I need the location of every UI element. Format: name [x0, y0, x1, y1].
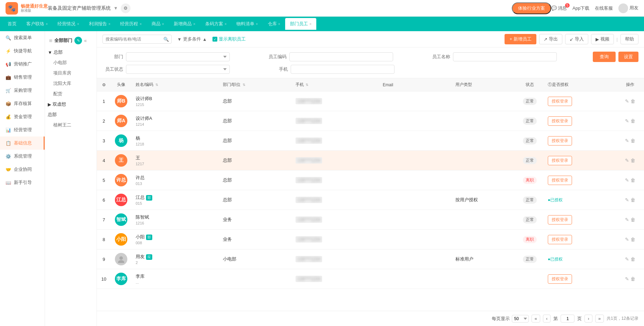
- dept-tree-item-zongbu2[interactable]: 总部: [45, 109, 97, 120]
- sidebar-item-sales[interactable]: 💼 销售管理: [0, 71, 45, 84]
- col-name[interactable]: 姓名/编码 ⇅: [131, 78, 219, 91]
- dept-collapse-icon[interactable]: «: [84, 38, 87, 43]
- auth-button[interactable]: 授权登录: [548, 215, 572, 224]
- query-button[interactable]: 查询: [593, 52, 616, 62]
- app-download-link[interactable]: App下载: [572, 5, 589, 11]
- help-button[interactable]: 帮助: [620, 34, 638, 44]
- delete-icon[interactable]: 🗑: [631, 256, 635, 262]
- sidebar-item-finance[interactable]: 💰 资金管理: [0, 110, 45, 123]
- delete-icon[interactable]: 🗑: [631, 237, 635, 242]
- per-page-select[interactable]: 50 100 200: [512, 315, 529, 323]
- sidebar-item-inventory[interactable]: 📦 库存核算: [0, 97, 45, 110]
- user-avatar[interactable]: 用友: [618, 3, 638, 13]
- filter-phone-input[interactable]: [291, 65, 394, 74]
- next-page-button[interactable]: ›: [584, 315, 592, 323]
- gear-button[interactable]: ⚙: [121, 3, 130, 13]
- trial-button[interactable]: 体验行业方案: [512, 2, 551, 14]
- tab-operation[interactable]: 经营情况 ×: [53, 18, 84, 30]
- tab-barcode[interactable]: 条码方案 ×: [200, 18, 232, 30]
- reset-button[interactable]: 设置: [618, 52, 638, 62]
- delete-icon[interactable]: 🗑: [631, 138, 635, 143]
- show-resigned-toggle[interactable]: ✓ 显示离职员工: [212, 36, 246, 42]
- system-dropdown-arrow[interactable]: ▼: [114, 6, 118, 11]
- edit-icon[interactable]: ✎: [625, 217, 629, 222]
- online-service-link[interactable]: 在线客服: [595, 5, 613, 11]
- close-icon[interactable]: ×: [139, 22, 142, 26]
- tab-home[interactable]: 首页: [3, 18, 21, 30]
- tab-warehouse[interactable]: 仓库 ×: [263, 18, 285, 30]
- delete-icon[interactable]: 🗑: [631, 276, 635, 282]
- edit-icon[interactable]: ✎: [625, 276, 629, 282]
- message-button[interactable]: 💬 消息 5: [551, 5, 567, 11]
- delete-icon[interactable]: 🗑: [631, 197, 635, 203]
- auth-button[interactable]: 授权登录: [548, 235, 572, 244]
- filter-name-input[interactable]: [453, 52, 557, 61]
- tab-profit[interactable]: 利润报告 ×: [84, 18, 115, 30]
- filter-dept-select[interactable]: [126, 52, 230, 61]
- all-dept-label[interactable]: 全部部门: [54, 37, 72, 44]
- edit-icon[interactable]: ✎: [625, 98, 629, 104]
- auth-button[interactable]: 授权登录: [548, 156, 572, 165]
- tab-bom[interactable]: 物料清单 ×: [232, 18, 263, 30]
- sidebar-item-guide[interactable]: 📖 新手引导: [0, 176, 45, 189]
- auth-button[interactable]: 授权登录: [548, 176, 572, 185]
- close-icon[interactable]: ×: [46, 22, 48, 26]
- more-filter-button[interactable]: ▼ 更多条件 ▲: [174, 35, 210, 44]
- sidebar-item-marketing[interactable]: 📢 营销推广: [0, 58, 45, 71]
- tab-goods[interactable]: 商品 ×: [147, 18, 169, 30]
- sidebar-item-purchase[interactable]: 🛒 采购管理: [0, 84, 45, 97]
- close-icon[interactable]: ×: [77, 22, 79, 26]
- edit-icon[interactable]: ✎: [625, 177, 629, 183]
- tab-new-goods[interactable]: 新增商品 ×: [169, 18, 200, 30]
- auth-button[interactable]: 授权登录: [548, 97, 572, 106]
- dept-tree-item-xiaodiaobu[interactable]: 小电部: [45, 58, 97, 68]
- prev-page-button[interactable]: ‹: [543, 315, 551, 323]
- close-icon[interactable]: ×: [108, 22, 110, 26]
- col-dept[interactable]: 部门/职位 ⇅: [219, 78, 291, 91]
- delete-icon[interactable]: 🗑: [631, 158, 635, 163]
- delete-icon[interactable]: 🗑: [631, 98, 635, 104]
- page-input[interactable]: 1: [561, 315, 574, 323]
- dept-tree-item-shuangxu[interactable]: ▶ 双虚想: [45, 99, 97, 109]
- sidebar-item-search[interactable]: 🔍 搜索菜单: [0, 31, 45, 44]
- filter-code-input[interactable]: [289, 52, 393, 61]
- dept-edit-icon[interactable]: ✎: [74, 37, 82, 44]
- dept-tree-item-peihuo[interactable]: 配货: [45, 89, 97, 99]
- add-employee-button[interactable]: + 新增员工: [505, 34, 536, 44]
- filter-status-select[interactable]: [126, 65, 230, 74]
- dept-tree-item-shenyang[interactable]: 沈阳大库: [45, 78, 97, 89]
- close-icon[interactable]: ×: [256, 22, 258, 26]
- sidebar-item-shortcuts[interactable]: ⚡ 快捷导航: [0, 44, 45, 58]
- edit-icon[interactable]: ✎: [625, 197, 629, 203]
- close-icon[interactable]: ×: [278, 22, 280, 26]
- close-icon[interactable]: ×: [309, 22, 311, 26]
- edit-icon[interactable]: ✎: [625, 118, 629, 124]
- video-button[interactable]: ▶ 视频: [591, 34, 614, 44]
- sidebar-item-system[interactable]: ⚙️ 系统管理: [0, 150, 45, 163]
- close-icon[interactable]: ×: [162, 22, 164, 26]
- dept-tree-item-zhishu[interactable]: 植树王二: [45, 120, 97, 130]
- search-icon[interactable]: 🔍: [163, 37, 169, 42]
- tab-customer[interactable]: 客户联络 ×: [21, 18, 53, 30]
- tab-history[interactable]: 经营历程 ×: [115, 18, 146, 30]
- close-icon[interactable]: ×: [225, 22, 227, 26]
- delete-icon[interactable]: 🗑: [631, 217, 635, 222]
- dept-tree-item-xiangmu[interactable]: 项目库房: [45, 68, 97, 78]
- edit-icon[interactable]: ✎: [625, 138, 629, 143]
- sidebar-item-operation[interactable]: 📊 经营管理: [0, 123, 45, 136]
- sidebar-item-collab[interactable]: 🤝 企业协同: [0, 163, 45, 176]
- export-button[interactable]: ↗ 导出: [539, 34, 562, 44]
- auth-button[interactable]: 授权登录: [548, 136, 572, 146]
- sidebar-item-basic[interactable]: 📋 基础信息: [0, 136, 45, 150]
- first-page-button[interactable]: «: [532, 315, 540, 323]
- search-input[interactable]: [102, 35, 172, 44]
- delete-icon[interactable]: 🗑: [631, 118, 635, 124]
- col-settings[interactable]: ⚙: [97, 78, 111, 91]
- auth-button[interactable]: 授权登录: [548, 274, 572, 284]
- auth-button[interactable]: 授权登录: [548, 116, 572, 126]
- edit-icon[interactable]: ✎: [625, 237, 629, 242]
- import-button[interactable]: ↙ 导入: [565, 34, 588, 44]
- tab-dept-staff[interactable]: 部门员工 ×: [285, 18, 316, 30]
- close-icon[interactable]: ×: [193, 22, 195, 26]
- last-page-button[interactable]: »: [595, 315, 604, 323]
